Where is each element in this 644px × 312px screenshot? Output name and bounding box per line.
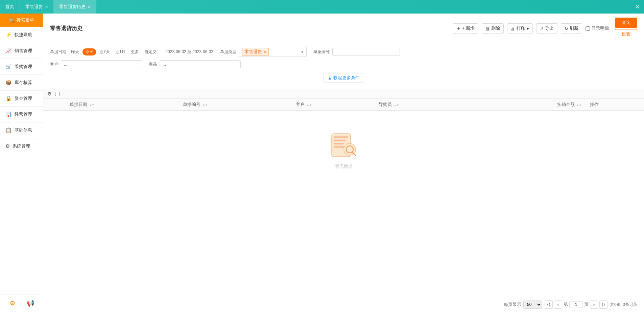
- voucher-type-tag-close[interactable]: ✕: [263, 50, 266, 54]
- query-btns: 查询 设置: [615, 18, 637, 39]
- sidebar-item-quick-nav-label: 快捷导航: [15, 32, 32, 38]
- delete-button[interactable]: 🗑 删除: [482, 23, 504, 34]
- voucher-type-dropdown-icon[interactable]: ▾: [301, 49, 304, 54]
- goods-filter-label: 商品: [149, 62, 157, 67]
- sidebar-nav: ⚡ 快捷导航 📈 销售管理 🛒 采购管理 📦 库存核算 🔒 资金管理 📊: [0, 27, 43, 294]
- quick-nav-icon: ⚡: [5, 32, 12, 38]
- sidebar-item-basic-label: 基础信息: [15, 127, 32, 133]
- sidebar-item-basic-info[interactable]: 📋 基础信息: [0, 122, 43, 138]
- print-label: 打印: [517, 25, 525, 31]
- date-1month[interactable]: 近1月: [113, 48, 128, 55]
- voucher-number-input[interactable]: [332, 48, 400, 56]
- page-prev-button[interactable]: ＜: [554, 300, 562, 309]
- collapse-button[interactable]: ▲ 收起更多条件: [323, 73, 364, 83]
- sidebar-search[interactable]: 🔍 搜索菜单: [0, 14, 43, 27]
- inventory-icon: 📦: [5, 80, 12, 86]
- content-area: 零售退货历史 ＋ + 新增 🗑 删除 🖨 打印: [43, 14, 644, 312]
- date-yesterday[interactable]: 昨天: [69, 48, 81, 55]
- sidebar-item-quick-nav[interactable]: ⚡ 快捷导航: [0, 27, 43, 43]
- voucher-type-filter: 单据类型 零售退货 ✕ ▾: [220, 47, 307, 57]
- voucher-type-tag-text: 零售退货: [244, 49, 262, 55]
- sidebar-item-system-mgmt[interactable]: ⚙ 系统管理: [0, 138, 43, 154]
- sidebar-item-purchase-mgmt[interactable]: 🛒 采购管理: [0, 59, 43, 75]
- tab-retail-return-history[interactable]: 零售退货历史 ✕: [54, 0, 96, 14]
- sidebar-item-finance-mgmt[interactable]: 🔒 资金管理: [0, 91, 43, 107]
- add-button[interactable]: ＋ + 新增: [453, 23, 478, 34]
- col-actual-amount[interactable]: 实销金额 ▲▼: [473, 99, 586, 111]
- page-title-row: 零售退货历史 ＋ + 新增 🗑 删除 🖨 打印: [50, 18, 637, 39]
- table-wrap: 单据日期 ▲▼ 单据编号 ▲▼ 客户 ▲▼: [43, 99, 644, 297]
- customer-input[interactable]: [61, 60, 142, 68]
- tab-retail-return-history-close[interactable]: ✕: [88, 5, 91, 9]
- add-icon: ＋: [456, 25, 461, 31]
- collapse-arrow-icon: ▲: [328, 75, 332, 81]
- table-section: ⚙ 单据日期 ▲▼ 单据编号: [43, 89, 644, 312]
- purchase-icon: 🛒: [5, 64, 12, 70]
- export-button[interactable]: ↗ 导出: [536, 23, 557, 34]
- display-toggle[interactable]: 显示明细: [586, 25, 609, 31]
- refresh-icon: ↻: [565, 26, 568, 31]
- col-actions: 操作: [586, 99, 644, 111]
- date-more[interactable]: 更多: [129, 48, 141, 55]
- goods-filter: 商品: [149, 60, 241, 68]
- tab-home-label: 首页: [5, 4, 14, 10]
- tab-retail-return-close[interactable]: ✕: [45, 5, 48, 9]
- col-guide[interactable]: 导购员 ▲▼: [375, 99, 473, 111]
- customer-filter-label: 客户: [50, 62, 58, 67]
- page-last-button[interactable]: ⟩⟩: [599, 300, 607, 309]
- sidebar-item-inventory-label: 库存核算: [15, 80, 32, 86]
- tab-home[interactable]: 首页: [0, 0, 20, 14]
- page-next-button[interactable]: ＞: [590, 300, 598, 309]
- print-button[interactable]: 🖨 打印 ▾: [507, 23, 533, 34]
- search-icon: 🔍: [9, 18, 15, 23]
- tab-retail-return-label: 零售退货: [25, 4, 43, 10]
- top-bar: 首页 零售退货 ✕ 零售退货历史 ✕ ✕: [0, 0, 644, 14]
- collapse-label: 收起更多条件: [333, 75, 360, 81]
- filter-row-2: 客户 商品: [50, 60, 637, 68]
- page-label: 第: [564, 302, 568, 308]
- empty-icon: [327, 131, 361, 158]
- sidebar-item-system-label: 系统管理: [13, 143, 30, 149]
- sort-voucher-number: ▲▼: [202, 104, 208, 107]
- svg-rect-1: [333, 136, 348, 138]
- display-toggle-checkbox[interactable]: [586, 26, 590, 31]
- main-layout: 🔍 搜索菜单 ⚡ 快捷导航 📈 销售管理 🛒 采购管理 📦 库存核算 🔒: [0, 14, 644, 312]
- col-checkbox: [55, 99, 66, 111]
- refresh-label: 刷新: [570, 25, 578, 31]
- col-customer[interactable]: 客户 ▲▼: [292, 99, 375, 111]
- per-page-select[interactable]: 50 20 100: [523, 300, 542, 309]
- tab-retail-return[interactable]: 零售退货 ✕: [20, 0, 54, 14]
- data-table: 单据日期 ▲▼ 单据编号 ▲▼ 客户 ▲▼: [43, 99, 644, 111]
- settings-bottom-icon[interactable]: ⚙: [7, 298, 18, 309]
- toolbar: ＋ + 新增 🗑 删除 🖨 打印 ▾ ↗: [453, 23, 609, 34]
- voucher-type-tag: 零售退货 ✕: [242, 48, 269, 56]
- date-7days[interactable]: 近7天: [97, 48, 112, 55]
- settings-button[interactable]: 设置: [615, 29, 637, 39]
- table-settings-icon[interactable]: ⚙: [47, 91, 52, 96]
- volume-bottom-icon[interactable]: 📢: [25, 298, 36, 309]
- basic-info-icon: 📋: [5, 127, 12, 133]
- sort-voucher-date: ▲▼: [89, 104, 94, 107]
- add-label: + 新增: [462, 25, 475, 31]
- empty-text: 暂无数据: [335, 163, 353, 170]
- goods-input[interactable]: [160, 60, 241, 68]
- export-icon: ↗: [540, 26, 544, 31]
- page-number-input[interactable]: [569, 301, 583, 308]
- empty-state: 暂无数据: [43, 111, 644, 190]
- sidebar-item-sales-mgmt[interactable]: 📈 销售管理: [0, 43, 43, 59]
- sidebar-item-sales-label: 销售管理: [15, 48, 32, 54]
- date-today[interactable]: 今天: [82, 48, 96, 55]
- date-filter-label: 单据日期: [50, 49, 66, 55]
- sidebar-item-operations-mgmt[interactable]: 📊 经营管理: [0, 107, 43, 122]
- col-voucher-number[interactable]: 单据编号 ▲▼: [179, 99, 292, 111]
- page-first-button[interactable]: ⟨⟨: [545, 300, 553, 309]
- select-all-checkbox[interactable]: [55, 92, 59, 96]
- sidebar-item-inventory-calc[interactable]: 📦 库存核算: [0, 75, 43, 91]
- col-voucher-date[interactable]: 单据日期 ▲▼: [66, 99, 179, 111]
- filter-row-1: 单据日期 昨天 今天 近7天 近1月 更多 自定义 2023-06-02 至 2…: [50, 47, 637, 57]
- refresh-button[interactable]: ↻ 刷新: [561, 23, 582, 34]
- pagination: 每页显示 50 20 100 ⟨⟨ ＜ 第 页 ＞: [43, 297, 644, 312]
- window-close-button[interactable]: ✕: [630, 0, 644, 14]
- query-button[interactable]: 查询: [615, 18, 637, 28]
- date-custom[interactable]: 自定义: [142, 48, 159, 55]
